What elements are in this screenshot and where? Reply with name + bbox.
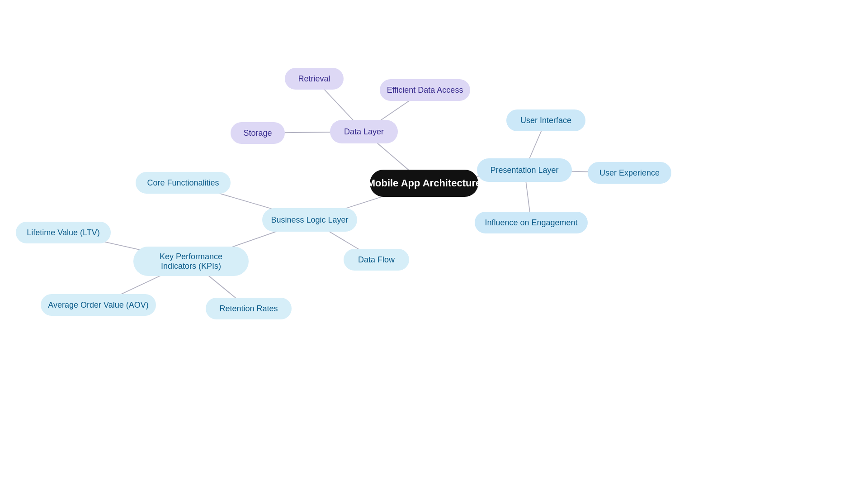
center-node[interactable]: Mobile App Architecture <box>370 170 478 197</box>
data-flow-node[interactable]: Data Flow <box>344 249 409 271</box>
data-layer-node[interactable]: Data Layer <box>330 120 398 143</box>
aov-node[interactable]: Average Order Value (AOV) <box>41 294 156 316</box>
user-interface-node[interactable]: User Interface <box>506 109 585 131</box>
core-functionalities-node[interactable]: Core Functionalities <box>136 172 231 194</box>
kpis-node[interactable]: Key Performance Indicators (KPIs) <box>133 247 249 276</box>
storage-node[interactable]: Storage <box>231 122 285 144</box>
retention-rates-node[interactable]: Retention Rates <box>206 298 292 319</box>
presentation-layer-node[interactable]: Presentation Layer <box>477 158 572 182</box>
lifetime-value-node[interactable]: Lifetime Value (LTV) <box>16 222 111 243</box>
retrieval-node[interactable]: Retrieval <box>285 68 344 90</box>
influence-on-engagement-node[interactable]: Influence on Engagement <box>475 212 588 233</box>
business-logic-layer-node[interactable]: Business Logic Layer <box>262 208 357 232</box>
user-experience-node[interactable]: User Experience <box>588 162 671 184</box>
efficient-data-access-node[interactable]: Efficient Data Access <box>380 79 470 101</box>
